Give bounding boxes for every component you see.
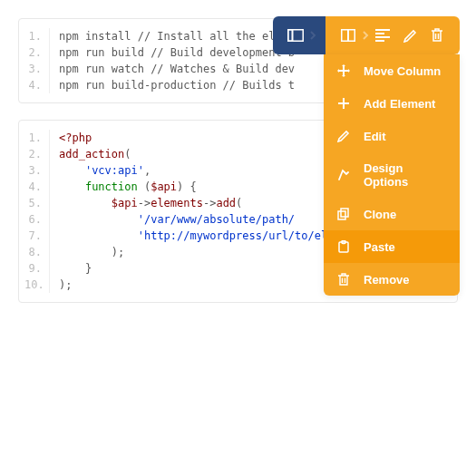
move-icon: [336, 63, 351, 78]
menu-item-move[interactable]: Move Column: [324, 54, 460, 87]
code-content: function ($api) {: [59, 179, 197, 195]
menu-item-paste[interactable]: Paste: [324, 230, 460, 263]
line-number: 5.: [24, 195, 50, 211]
line-number: 1.: [24, 28, 50, 44]
code-content: );: [59, 244, 124, 260]
line-number: 9.: [24, 260, 50, 277]
row-icon[interactable]: [284, 24, 307, 47]
menu-item-label: Design Options: [364, 161, 447, 189]
clone-icon: [336, 207, 351, 221]
align-left-icon[interactable]: [371, 24, 394, 47]
line-number: 3.: [24, 61, 50, 77]
svg-rect-0: [288, 30, 304, 42]
add-icon: [336, 96, 351, 111]
line-number: 2.: [24, 44, 50, 61]
toolbar: [273, 16, 460, 54]
code-content: 'vcv:api',: [59, 162, 151, 179]
line-number: 6.: [24, 211, 50, 228]
code-content: $api->elements->add(: [59, 195, 242, 211]
line-number: 10.: [24, 277, 50, 293]
code-content: <?php: [59, 130, 92, 146]
line-number: 4.: [24, 179, 50, 195]
toolbar-right: [325, 16, 460, 54]
code-content: npm run build // Build development b: [59, 44, 295, 61]
remove-icon: [336, 272, 351, 287]
line-number: 8.: [24, 244, 50, 260]
context-menu: Move ColumnAdd ElementEditDesign Options…: [324, 54, 460, 296]
design-icon: [336, 168, 351, 182]
chevron-right-icon: [309, 31, 316, 40]
menu-item-remove[interactable]: Remove: [324, 263, 460, 296]
code-content: }: [59, 260, 92, 277]
code-content: npm run watch // Watches & Build dev: [59, 61, 295, 77]
code-content: npm install // Install all the eleme: [59, 28, 295, 44]
menu-item-label: Move Column: [364, 64, 441, 78]
menu-item-label: Paste: [364, 240, 395, 254]
svg-rect-10: [338, 211, 345, 219]
line-number: 3.: [24, 162, 50, 179]
menu-item-label: Edit: [364, 130, 386, 143]
svg-rect-1: [288, 30, 293, 42]
menu-item-add[interactable]: Add Element: [324, 87, 460, 120]
code-content: add_action(: [59, 146, 131, 162]
code-content: npm run build-production // Builds t: [59, 77, 295, 93]
line-number: 1.: [24, 130, 50, 146]
menu-item-label: Remove: [364, 273, 410, 287]
code-content: '/var/www/absolute/path/: [59, 211, 295, 228]
svg-rect-11: [341, 209, 348, 217]
toolbar-left: [273, 16, 325, 54]
pencil-icon[interactable]: [398, 24, 422, 47]
trash-icon[interactable]: [425, 24, 449, 47]
line-number: 7.: [24, 228, 50, 244]
menu-item-clone[interactable]: Clone: [324, 198, 460, 230]
menu-item-design[interactable]: Design Options: [324, 152, 460, 198]
menu-item-edit[interactable]: Edit: [324, 120, 460, 152]
edit-icon: [336, 129, 351, 143]
line-number: 4.: [24, 77, 50, 93]
code-content: );: [59, 277, 72, 293]
menu-item-label: Add Element: [364, 97, 435, 111]
column-icon[interactable]: [336, 24, 360, 47]
menu-item-label: Clone: [364, 208, 396, 221]
paste-icon: [336, 239, 351, 254]
chevron-right-icon: [362, 31, 369, 40]
line-number: 2.: [24, 146, 50, 162]
